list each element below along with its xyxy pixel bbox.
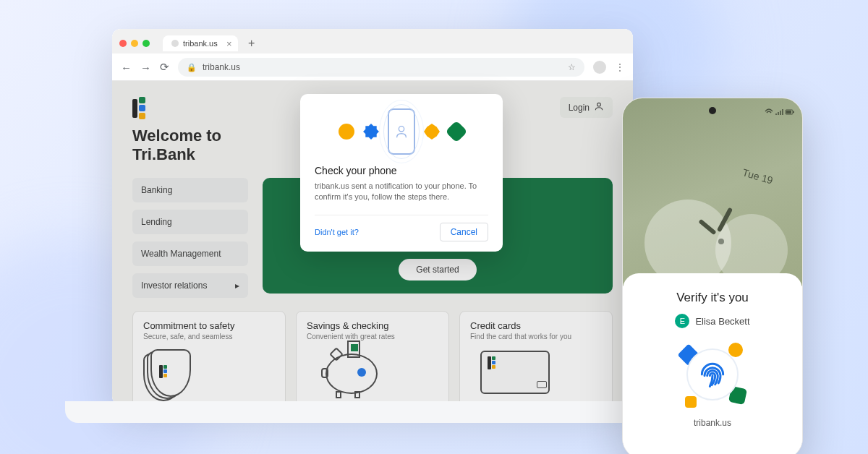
- phone-status-icons: [765, 106, 792, 113]
- fingerprint-icon: [686, 348, 739, 401]
- user-icon: [594, 101, 604, 113]
- forward-icon[interactable]: →: [140, 61, 151, 74]
- circle-icon: [339, 124, 354, 140]
- lockscreen-clock-icon: [688, 185, 746, 243]
- circle-icon: [728, 343, 743, 357]
- get-started-button[interactable]: Get started: [399, 259, 476, 280]
- card-subtitle: Secure, safe, and seamless: [143, 333, 275, 340]
- flower-icon: [363, 124, 379, 140]
- feature-cards: Commitment to safety Secure, safe, and s…: [132, 311, 613, 405]
- battery-icon: [785, 106, 792, 113]
- window-controls[interactable]: [119, 40, 150, 47]
- tab-title: tribank.us: [183, 39, 218, 48]
- favicon-icon: [171, 40, 179, 47]
- dialog-actions: Didn't get it? Cancel: [315, 215, 488, 241]
- fingerprint-button[interactable]: [679, 341, 746, 408]
- menu-item-wealth[interactable]: Wealth Management: [132, 241, 248, 266]
- card-subtitle: Find the card that works for you: [470, 333, 602, 340]
- card-title: Commitment to safety: [143, 320, 275, 331]
- svg-point-0: [597, 103, 601, 106]
- menu-item-banking[interactable]: Banking: [132, 178, 248, 202]
- card-title: Credit cards: [470, 320, 602, 331]
- verify-sheet: Verify it's you E Elisa Beckett tribank.…: [623, 273, 802, 454]
- phone-wallpaper: Tue 19: [623, 98, 802, 286]
- diamond-icon: [445, 120, 467, 142]
- reload-icon[interactable]: ⟳: [160, 61, 169, 74]
- bookmark-star-icon[interactable]: ☆: [568, 62, 576, 72]
- browser-toolbar: ← → ⟳ 🔒 tribank.us ☆ ⋮: [112, 53, 633, 81]
- menu-item-investor[interactable]: Investor relations▸: [132, 273, 248, 298]
- piggybank-illustration: [307, 348, 438, 405]
- lockscreen-date: Tue 19: [741, 166, 775, 186]
- card-title: Savings & checking: [307, 320, 438, 331]
- login-button[interactable]: Login: [560, 97, 613, 118]
- laptop-base: [65, 401, 680, 423]
- browser-tab[interactable]: tribank.us ×: [163, 35, 238, 51]
- check-phone-dialog: Check your phone tribank.us sent a notif…: [300, 94, 503, 252]
- new-tab-button[interactable]: +: [244, 35, 260, 51]
- profile-avatar-icon[interactable]: [593, 61, 606, 74]
- chevron-right-icon: ▸: [235, 280, 239, 291]
- phone-frame: Tue 19 Verify it's you E Elisa Beckett: [622, 98, 803, 454]
- quatrefoil-icon: [424, 124, 440, 140]
- dialog-body: tribank.us sent a notification to your p…: [315, 181, 488, 203]
- browser-chrome: tribank.us × + ← → ⟳ 🔒 tribank.us ☆ ⋮: [112, 29, 633, 81]
- card-savings[interactable]: Savings & checking Convenient with great…: [296, 311, 449, 405]
- browser-menu-icon[interactable]: ⋮: [615, 61, 624, 73]
- login-label: Login: [569, 103, 590, 113]
- side-menu: Banking Lending Wealth Management Invest…: [132, 178, 248, 298]
- address-text: tribank.us: [203, 62, 240, 72]
- close-tab-icon[interactable]: ×: [226, 38, 232, 49]
- user-avatar-icon: E: [675, 314, 689, 328]
- card-credit[interactable]: Credit cards Find the card that works fo…: [459, 311, 613, 405]
- creditcard-illustration: [470, 348, 602, 405]
- dialog-illustration: [315, 108, 488, 155]
- verify-title: Verify it's you: [637, 291, 788, 305]
- tribank-logo: [132, 97, 145, 119]
- svg-rect-4: [786, 111, 791, 113]
- didnt-get-it-link[interactable]: Didn't get it?: [315, 228, 359, 236]
- svg-rect-3: [793, 111, 794, 113]
- close-window-icon[interactable]: [119, 40, 127, 47]
- maximize-window-icon[interactable]: [142, 40, 150, 47]
- minimize-window-icon[interactable]: [131, 40, 138, 47]
- dialog-title: Check your phone: [315, 165, 488, 176]
- address-bar[interactable]: 🔒 tribank.us ☆: [178, 58, 584, 77]
- phone-camera-icon: [709, 107, 716, 114]
- menu-item-lending[interactable]: Lending: [132, 210, 248, 234]
- lock-icon: 🔒: [187, 63, 197, 72]
- browser-tabbar: tribank.us × +: [112, 29, 633, 53]
- phone-outline-icon: [388, 108, 415, 155]
- user-name: Elisa Beckett: [695, 316, 749, 327]
- card-safety[interactable]: Commitment to safety Secure, safe, and s…: [132, 311, 286, 405]
- cancel-button[interactable]: Cancel: [440, 223, 488, 241]
- card-subtitle: Convenient with great rates: [307, 333, 438, 340]
- svg-point-1: [399, 127, 404, 132]
- verify-site-label: tribank.us: [637, 418, 788, 428]
- signal-icon: [775, 106, 782, 113]
- back-icon[interactable]: ←: [121, 61, 132, 74]
- square-icon: [685, 396, 697, 408]
- wifi-icon: [765, 106, 772, 113]
- shield-illustration: [143, 348, 275, 405]
- user-row: E Elisa Beckett: [637, 314, 788, 328]
